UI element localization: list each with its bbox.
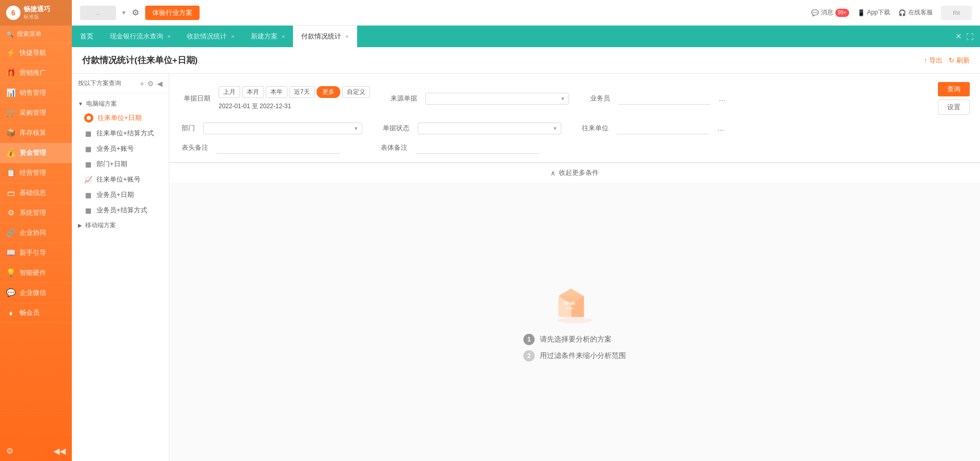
sidebar-item-purchase[interactable]: 🛒 采购管理 bbox=[0, 103, 72, 123]
scheme-panel: 按以下方案查询 + ⚙ ◀ ▼ 电脑端方案 bbox=[72, 74, 169, 461]
sidebar-item-sales[interactable]: 📊 销售管理 bbox=[0, 83, 72, 103]
collapse-sidebar-icon[interactable]: ◀◀ bbox=[53, 446, 66, 456]
scheme-collapse-icon[interactable]: ◀ bbox=[157, 79, 163, 88]
tab-receipt-stats[interactable]: 收款情况统计 × bbox=[179, 26, 242, 47]
settings-btn[interactable]: 设置 bbox=[938, 99, 970, 115]
tab-home[interactable]: 首页 bbox=[72, 26, 102, 47]
marketing-icon: 🎁 bbox=[6, 68, 15, 77]
dept-select[interactable]: ▾ bbox=[203, 123, 362, 134]
phone-icon: 📱 bbox=[857, 9, 865, 16]
partner-label: 往来单位 bbox=[580, 124, 609, 133]
search-icon: 🔍 bbox=[6, 31, 14, 38]
sidebar-item-vip[interactable]: ♦ 畅会员 bbox=[0, 303, 72, 323]
query-btn[interactable]: 查询 bbox=[938, 82, 970, 96]
sales-icon: 📊 bbox=[6, 88, 15, 97]
sidebar-item-weixin[interactable]: 💬 企业微信 bbox=[0, 283, 72, 303]
notification-icon: 💬 bbox=[811, 9, 819, 16]
tab-maximize-icon[interactable]: ⛶ bbox=[966, 32, 974, 41]
page-header-actions: ↑ 导出 ↻ 刷新 bbox=[924, 56, 970, 65]
empty-hint-2: 2 用过滤条件来缩小分析范围 bbox=[523, 350, 626, 362]
tab-close-receipt-stats[interactable]: × bbox=[231, 33, 234, 39]
guide-icon: 📖 bbox=[6, 248, 15, 257]
tab-close-payment-stats[interactable]: × bbox=[345, 33, 348, 39]
user-avatar[interactable]: Rit bbox=[941, 6, 972, 20]
sidebar-item-basic-info[interactable]: 🗃 基础信息 bbox=[0, 183, 72, 203]
date-btn-custom[interactable]: 自定义 bbox=[342, 86, 370, 98]
sidebar-item-capital[interactable]: 💰 资金管理 bbox=[0, 143, 72, 163]
mobile-group-arrow: ▶ bbox=[78, 223, 82, 228]
date-btn-last-7[interactable]: 近7天 bbox=[289, 86, 315, 98]
tab-payment-stats[interactable]: 付款情况统计 × bbox=[293, 26, 357, 47]
hint-number-2: 2 bbox=[523, 350, 535, 362]
date-btn-this-year[interactable]: 本年 bbox=[266, 86, 287, 98]
scheme-group-mobile[interactable]: ▶ 移动端方案 bbox=[72, 218, 169, 233]
scheme-group-desktop[interactable]: ▼ 电脑端方案 bbox=[72, 97, 169, 110]
sidebar-item-quick-nav[interactable]: ⚡ 快捷导航 bbox=[0, 43, 72, 63]
company-avatar: ... bbox=[80, 6, 116, 20]
date-range-display[interactable]: 2022-01-01 至 2022-12-31 bbox=[219, 102, 370, 111]
salesman-dots[interactable]: ... bbox=[719, 94, 726, 103]
vip-icon: ♦ bbox=[6, 308, 15, 317]
body-note-input[interactable] bbox=[416, 142, 539, 154]
trial-btn[interactable]: 体验行业方案 bbox=[145, 6, 200, 20]
sidebar-item-enterprise[interactable]: 🔗 企业协同 bbox=[0, 223, 72, 243]
partner-input[interactable] bbox=[617, 122, 709, 134]
sidebar-item-system[interactable]: ⚙ 系统管理 bbox=[0, 203, 72, 223]
partner-dots[interactable]: ... bbox=[717, 124, 724, 133]
result-area: 1 请先选择要分析的方案 2 用过滤条件来缩小分析范围 bbox=[169, 183, 980, 461]
dept-select-arrow: ▾ bbox=[355, 125, 358, 132]
table-icon-3: ▦ bbox=[84, 160, 92, 168]
scheme-item-partner-settle[interactable]: ▦ 往来单位+结算方式 bbox=[72, 126, 169, 141]
header-note-input[interactable] bbox=[217, 142, 340, 154]
tabbar-right: ✕ ⛶ bbox=[949, 26, 980, 47]
sidebar-item-operations[interactable]: 📋 经营管理 bbox=[0, 163, 72, 183]
date-btn-last-month[interactable]: 上月 bbox=[219, 86, 240, 98]
logo-sub: 标准版 bbox=[24, 13, 50, 21]
refresh-btn[interactable]: ↻ 刷新 bbox=[949, 56, 970, 65]
settings-footer-icon[interactable]: ⚙ bbox=[6, 446, 13, 456]
source-select[interactable]: ▾ bbox=[425, 93, 569, 105]
scheme-settings-icon[interactable]: ⚙ bbox=[147, 79, 154, 88]
empty-illustration bbox=[549, 280, 600, 326]
main-area: ... ▾ ⚙ 体验行业方案 💬 消息 99+ 📱 App下载 🎧 在线客服 R… bbox=[72, 0, 980, 461]
notification-item[interactable]: 💬 消息 99+ bbox=[811, 8, 849, 17]
date-btn-more[interactable]: 更多 bbox=[317, 86, 340, 98]
topbar-dropdown-arrow[interactable]: ▾ bbox=[122, 9, 126, 16]
table-icon-1: ▦ bbox=[84, 129, 92, 137]
online-service-item[interactable]: 🎧 在线客服 bbox=[898, 8, 933, 17]
tab-bank-flow[interactable]: 现金银行流水查询 × bbox=[102, 26, 179, 47]
tab-close-new-scheme[interactable]: × bbox=[282, 33, 285, 39]
scheme-item-salesman-settle[interactable]: ▦ 业务员+结算方式 bbox=[72, 203, 169, 218]
topbar-gear-icon[interactable]: ⚙ bbox=[132, 8, 139, 17]
date-group: 上月 本月 本年 近7天 更多 自定义 bbox=[219, 86, 370, 98]
voucher-status-select[interactable]: ▾ bbox=[418, 123, 561, 134]
scheme-item-partner-account[interactable]: 📈 往来单位+账号 bbox=[72, 172, 169, 187]
inventory-icon: 📦 bbox=[6, 128, 15, 137]
sidebar-item-guide[interactable]: 📖 新手引导 bbox=[0, 243, 72, 263]
empty-icon-wrap bbox=[549, 283, 600, 324]
date-btn-this-month[interactable]: 本月 bbox=[242, 86, 264, 98]
tab-new-scheme[interactable]: 新建方案 × bbox=[243, 26, 293, 47]
scheme-add-icon[interactable]: + bbox=[140, 79, 144, 88]
scheme-item-salesman-date[interactable]: ▦ 业务员+日期 bbox=[72, 187, 169, 203]
tab-close-all-icon[interactable]: ✕ bbox=[955, 32, 962, 41]
filter-form: 单据日期 上月 本月 本年 近7天 更多 自定义 2022-01-01 至 20… bbox=[169, 74, 980, 163]
sidebar-item-marketing[interactable]: 🎁 营销推广 bbox=[0, 63, 72, 83]
collapse-more-btn[interactable]: ∧ 收起更多条件 bbox=[169, 163, 980, 183]
page-title: 付款情况统计(往来单位+日期) bbox=[82, 54, 198, 66]
sidebar-item-smart-hw[interactable]: 💡 智能硬件 bbox=[0, 263, 72, 283]
scheme-item-partner-date[interactable]: 往来单位+日期 bbox=[72, 110, 169, 126]
scheme-panel-header: 按以下方案查询 + ⚙ ◀ bbox=[72, 74, 169, 93]
app-download-item[interactable]: 📱 App下载 bbox=[857, 8, 890, 17]
sidebar-search[interactable]: 🔍 搜索菜单 bbox=[0, 26, 72, 43]
purchase-icon: 🛒 bbox=[6, 108, 15, 117]
export-btn[interactable]: ↑ 导出 bbox=[924, 56, 943, 65]
scheme-item-salesman-account[interactable]: ▦ 业务员+账号 bbox=[72, 141, 169, 156]
scheme-item-dept-date[interactable]: ▦ 部门+日期 bbox=[72, 156, 169, 172]
salesman-input[interactable] bbox=[618, 92, 711, 105]
table-icon-5: ▦ bbox=[84, 206, 92, 214]
tab-close-bank-flow[interactable]: × bbox=[167, 33, 170, 39]
empty-icon-box bbox=[549, 283, 600, 324]
enterprise-icon: 🔗 bbox=[6, 228, 15, 237]
sidebar-item-inventory[interactable]: 📦 库存核算 bbox=[0, 123, 72, 143]
